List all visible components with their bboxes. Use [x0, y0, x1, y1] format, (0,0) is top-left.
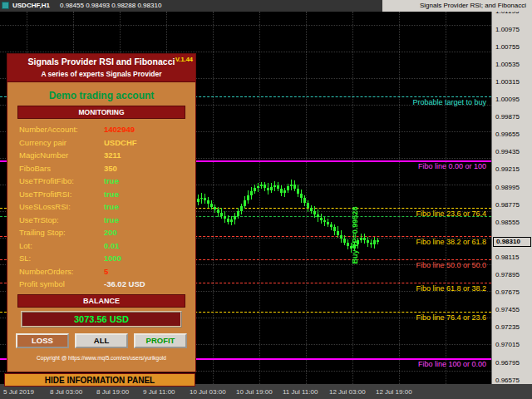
field-value: 0.01 [104, 241, 120, 250]
field-label: UseSLossRSI: [19, 202, 104, 211]
panel-version: V.1.44 [175, 56, 193, 63]
panel-field-row: NumberOrders:5 [19, 265, 195, 278]
time-axis-label: 11 Jul 11:00 [283, 388, 318, 396]
field-label: Profit symbol [19, 279, 104, 288]
price-scale-label: 1.00535 [495, 61, 520, 68]
price-scale-label: 0.98555 [495, 219, 520, 226]
grid-line-v [259, 12, 260, 384]
profit-button[interactable]: PROFIT [134, 333, 187, 348]
time-axis-label: 10 Jul 03:00 [190, 388, 226, 396]
field-value: true [104, 215, 119, 224]
chart-surface[interactable]: Buy TP=0.99528 Signals Provider RSI and … [0, 12, 491, 384]
panel-field-row: UseTProfitFibo:true [19, 175, 195, 188]
price-scale-label: 0.99655 [495, 131, 520, 138]
panel-field-row: FiboBars350 [19, 162, 195, 175]
time-axis-label: 8 Jul 03:00 [50, 388, 82, 396]
loss-button[interactable]: LOSS [16, 333, 69, 348]
chart-icon [2, 2, 9, 9]
time-axis-label: 12 Jul 19:00 [376, 388, 412, 396]
candle-body [300, 194, 303, 199]
field-label: NumberOrders: [19, 267, 104, 276]
price-scale-label: 1.00095 [495, 96, 520, 103]
candle-body [303, 198, 306, 203]
time-axis-label: 10 Jul 19:00 [236, 388, 273, 396]
field-value: 350 [104, 164, 117, 173]
candle-body [247, 195, 249, 201]
field-value: true [104, 190, 119, 199]
field-label: SL: [19, 254, 104, 263]
candle-body [260, 185, 263, 186]
candle-body [204, 198, 206, 201]
field-value: 5 [104, 267, 108, 276]
field-value: 3211 [104, 150, 121, 160]
candle-body [200, 198, 203, 200]
candle-body [280, 189, 283, 193]
field-value: -36.02 USD [104, 279, 145, 288]
field-value: USDCHF [104, 138, 137, 147]
price-level-label: Fibo line 100 or 0.00 [418, 360, 486, 368]
price-level-label: Fibo line 23.6 or 76.4 [416, 209, 486, 218]
price-scale-label: 0.99435 [495, 148, 520, 155]
field-label: Lot: [19, 241, 104, 250]
field-value: 1402949 [104, 125, 135, 134]
price-scale[interactable]: 1.011951.009751.007551.005351.003151.000… [491, 12, 532, 384]
account-type-label: Demo trading account [7, 90, 195, 101]
panel-field-row: UseSLossRSI:true [19, 200, 195, 214]
field-label: UseTProfitRSI: [19, 190, 104, 199]
symbol-period-label: USDCHF,H1 [12, 0, 50, 12]
price-scale-label: 0.97675 [495, 288, 520, 296]
price-scale-label: 1.01195 [495, 12, 519, 15]
candle-body [214, 207, 216, 209]
candle-body [257, 186, 259, 188]
field-value: 200 [104, 228, 117, 237]
hide-information-panel-button[interactable]: HIDE INFORMATION PANEL [4, 373, 195, 387]
price-scale-label: 0.96795 [495, 359, 520, 367]
panel-field-row: Profit symbol-36.02 USD [19, 278, 195, 291]
candle-body [313, 211, 316, 214]
candle-body [290, 185, 293, 186]
candle-body [244, 200, 246, 206]
buy-tp-label: Buy TP=0.99528 [351, 194, 361, 277]
field-label: Currency pair [19, 138, 104, 147]
price-scale-label: 1.00315 [495, 78, 520, 86]
price-scale-label: 1.00755 [495, 43, 520, 51]
info-panel: Signals Provider RSI and Fibonacci V.1.4… [7, 53, 196, 372]
candle-body [254, 188, 256, 191]
price-level-label: Fibo line 76.4 or 23.6 [416, 313, 486, 322]
grid-line-v [446, 12, 446, 384]
field-label: NumberAccount: [19, 125, 104, 134]
time-axis-label: 12 Jul 03:00 [329, 388, 366, 396]
current-price-marker: 0.98310 [493, 237, 531, 247]
candle-body [320, 218, 323, 221]
field-label: UseTProfitFibo: [19, 176, 104, 185]
candle-body [310, 208, 313, 211]
chart-title-bar: USDCHF,H1 0.98455 0.98493 0.98288 0.9831… [0, 0, 532, 12]
candle-body [270, 187, 273, 190]
grid-line-v [306, 12, 307, 384]
price-level-label: Fibo line 61.8 or 38.2 [416, 284, 486, 293]
panel-field-row: Trailing Stop:200 [19, 226, 195, 239]
field-label: FiboBars [19, 164, 104, 173]
panel-field-row: MagicNumber3211 [19, 149, 195, 162]
grid-line-v [399, 12, 400, 384]
panel-field-row: UseTrStop:true [19, 214, 195, 227]
candle-body [250, 191, 253, 195]
candle-body [363, 238, 366, 240]
price-scale-label: 0.98115 [495, 254, 519, 261]
balance-value: 3073.56 USD [21, 311, 182, 328]
candle-body [293, 185, 296, 189]
price-level-label: Fibo line 0.00 or 100 [418, 162, 486, 170]
panel-field-row: NumberAccount:1402949 [19, 123, 195, 136]
candle-body [370, 243, 372, 244]
panel-field-row: SL:1000 [19, 252, 195, 265]
price-level-label: Probable target to buy [412, 98, 486, 106]
candle-body [207, 200, 209, 204]
all-button[interactable]: ALL [75, 333, 128, 348]
price-scale-label: 0.98995 [495, 184, 520, 191]
price-scale-label: 0.97235 [495, 323, 520, 331]
time-axis-label: 8 Jul 19:00 [96, 388, 129, 396]
candle-body [317, 214, 319, 218]
candle-body [347, 243, 349, 246]
candle-body [287, 186, 289, 190]
candle-body [264, 185, 266, 188]
